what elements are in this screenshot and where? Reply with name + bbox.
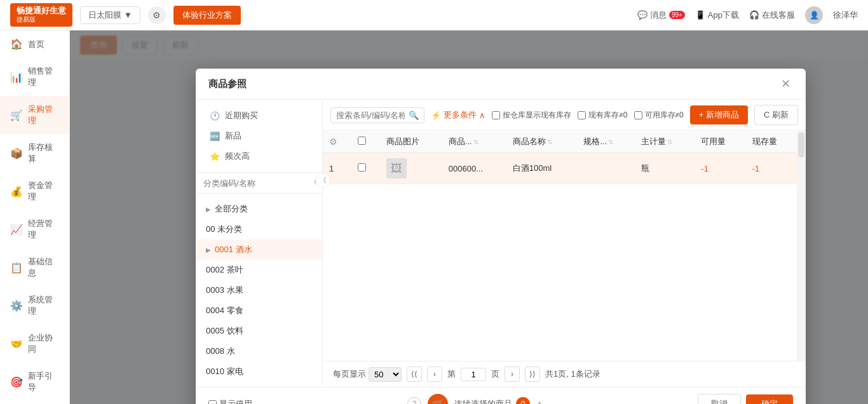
sidebar-item-purchase[interactable]: 🛒 采购管理: [0, 96, 69, 134]
arrow-right-icon-liquor: ▶: [206, 246, 211, 253]
per-page-text: 每页显示: [333, 368, 366, 380]
product-image: 🖼: [386, 158, 407, 178]
tree-item-snack[interactable]: 0004 零食: [196, 300, 322, 321]
tree-all-categories[interactable]: ▶ 全部分类: [196, 199, 322, 219]
logo-sub: 捷易版: [17, 15, 66, 24]
more-filters-button[interactable]: ⚡ 更多条件 ∧: [431, 109, 485, 121]
nav-right: 💬 消息 99+ 📱 App下载 🎧 在线客服 👤 徐泽华: [637, 6, 858, 24]
purchase-icon: 🛒: [10, 109, 23, 121]
headset-icon: 🎧: [749, 10, 759, 20]
non-zero-stock-label[interactable]: 现有库存≠0: [578, 110, 627, 121]
prev-page-button[interactable]: ‹: [427, 367, 442, 382]
next-page-button[interactable]: ›: [505, 367, 520, 382]
tree-item-snack-label: 0004 零食: [206, 305, 243, 316]
app-download-button[interactable]: 📱 App下载: [695, 10, 739, 21]
recent-purchase-icon: 🕐: [210, 111, 220, 121]
collapse-button[interactable]: 《: [315, 173, 330, 188]
non-zero-stock-text: 现有库存≠0: [588, 110, 627, 121]
arrow-right-icon: ▶: [206, 206, 211, 213]
modal-box: 商品参照 ✕ 🕐 近期购买 🆕 新品: [196, 69, 806, 404]
sidebar-item-enterprise[interactable]: 🤝 企业协同: [0, 325, 69, 363]
product-search-input[interactable]: [336, 111, 405, 120]
cancel-button[interactable]: 取消: [698, 394, 741, 404]
help-button[interactable]: ?: [407, 397, 421, 404]
non-zero-available-text: 可用库存≠0: [645, 110, 684, 121]
sidebar-item-enterprise-label: 企业协同: [28, 332, 59, 355]
confirm-button[interactable]: 确定: [746, 394, 793, 404]
sidebar-item-home-label: 首页: [28, 39, 44, 50]
sidebar-item-basic-info[interactable]: 📋 基础信息: [0, 248, 69, 286]
modal-body: 🕐 近期购买 🆕 新品 ⭐ 频次高: [196, 100, 806, 387]
sales-icon: 📊: [10, 71, 23, 83]
category-tree: ▶ 全部分类 00 未分类 ▶ 0001 酒水 0002 茶叶: [196, 194, 322, 387]
tree-item-appliance-label: 0010 家电: [206, 366, 243, 377]
tab-new-product[interactable]: 🆕 新品: [203, 126, 315, 145]
sidebar-item-guide[interactable]: 🎯 新手引导: [0, 363, 69, 401]
modal-close-button[interactable]: ✕: [778, 76, 793, 91]
sidebar-item-inventory[interactable]: 📦 库存核算: [0, 134, 69, 172]
tree-item-beverage[interactable]: 0005 饮料: [196, 321, 322, 341]
row-checkbox[interactable]: [351, 153, 380, 184]
table-scrollbar[interactable]: [797, 131, 806, 361]
per-page-select[interactable]: 50 100: [369, 367, 402, 382]
sidebar-item-business[interactable]: 📈 经营管理: [0, 210, 69, 248]
sidebar-item-finance[interactable]: 💰 资金管理: [0, 172, 69, 210]
non-zero-stock-checkbox[interactable]: [578, 111, 586, 119]
refresh-button[interactable]: C 刷新: [754, 105, 798, 125]
category-search-input[interactable]: [203, 178, 310, 188]
sidebar-item-apps[interactable]: 📱 应用中心: [0, 401, 69, 404]
show-warehouse-stock-label[interactable]: 按仓库显示现有库存: [492, 110, 571, 121]
settings-button[interactable]: ⚙: [148, 6, 166, 24]
modal-header: 商品参照 ✕: [196, 69, 806, 100]
nav-dropdown[interactable]: 日太阳膜 ▼: [80, 6, 140, 24]
col-spec: 规格...⇅: [577, 131, 635, 153]
home-icon: 🏠: [10, 38, 23, 50]
show-disabled-checkbox[interactable]: [208, 400, 217, 405]
phone-icon: 📱: [695, 10, 705, 20]
scrollbar-thumb[interactable]: [798, 132, 804, 158]
tree-item-water-label: 0008 水: [206, 346, 235, 357]
show-warehouse-stock-checkbox[interactable]: [492, 111, 500, 119]
page-info: 共1页, 1条记录: [545, 368, 600, 380]
non-zero-available-checkbox[interactable]: [634, 111, 642, 119]
first-page-button[interactable]: ⟨⟨: [407, 367, 422, 382]
avatar[interactable]: 👤: [805, 6, 823, 24]
tree-item-liquor[interactable]: ▶ 0001 酒水: [196, 239, 322, 260]
product-search-box[interactable]: 🔍: [330, 107, 424, 123]
logo-text: 畅捷通好生意: [17, 6, 66, 16]
table-row[interactable]: 1 🖼 000600... 白酒100ml: [323, 153, 797, 184]
modal-footer: 显示停用 ? 🛒 连续选择的商品 0 ∧ 取消 确定: [196, 387, 806, 404]
tree-item-fruit[interactable]: 0003 水果: [196, 280, 322, 300]
right-panel: 🔍 ⚡ 更多条件 ∧ 按仓库显示现有库存: [323, 100, 806, 387]
search-icon[interactable]: 🔍: [409, 111, 419, 120]
tree-item-water[interactable]: 0008 水: [196, 341, 322, 361]
sidebar-item-finance-label: 资金管理: [28, 180, 59, 203]
chevron-up-button[interactable]: ∧: [536, 399, 543, 404]
row-name: 白酒100ml: [506, 153, 578, 184]
add-product-button[interactable]: + 新增商品: [690, 105, 748, 125]
tab-recent-purchase[interactable]: 🕐 近期购买: [203, 106, 315, 125]
recent-purchase-label: 近期购买: [225, 110, 258, 121]
select-all-checkbox[interactable]: [358, 137, 366, 145]
table-settings-icon[interactable]: ⚙: [329, 137, 337, 147]
nav-dropdown-label: 日太阳膜: [88, 10, 121, 21]
page-number-input[interactable]: [461, 368, 486, 381]
last-page-button[interactable]: ⟩⟩: [525, 367, 540, 382]
tree-item-tea[interactable]: 0002 茶叶: [196, 260, 322, 280]
experience-button[interactable]: 体验行业方案: [173, 6, 241, 25]
sidebar-item-sales[interactable]: 📊 销售管理: [0, 58, 69, 96]
non-zero-available-label[interactable]: 可用库存≠0: [634, 110, 684, 121]
messages-button[interactable]: 💬 消息 99+: [637, 10, 685, 21]
tree-item-uncategorized[interactable]: 00 未分类: [196, 219, 322, 239]
show-disabled-label[interactable]: 显示停用: [208, 398, 252, 404]
tab-high-frequency[interactable]: ⭐ 频次高: [203, 147, 315, 166]
new-product-label: 新品: [225, 130, 241, 142]
support-button[interactable]: 🎧 在线客服: [749, 10, 795, 21]
sidebar-item-sales-label: 销售管理: [28, 65, 59, 88]
messages-label: 消息: [650, 10, 667, 21]
all-categories-label: 全部分类: [215, 203, 248, 215]
tree-item-appliance[interactable]: 0010 家电: [196, 361, 322, 382]
sidebar-item-system[interactable]: ⚙️ 系统管理: [0, 286, 69, 325]
sidebar-item-home[interactable]: 🏠 首页: [0, 30, 69, 58]
cart-button[interactable]: 🛒: [428, 394, 448, 404]
